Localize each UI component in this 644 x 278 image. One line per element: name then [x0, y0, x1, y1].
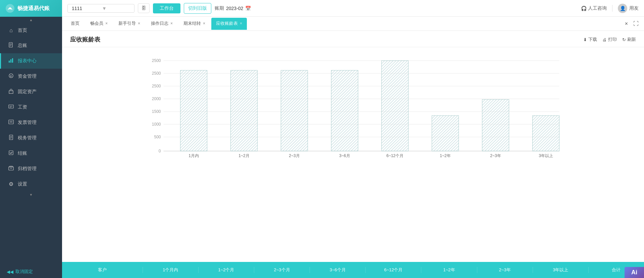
ai-badge[interactable]: Ai [625, 267, 644, 278]
tab-ar-aging-close[interactable]: × [240, 21, 242, 26]
archive-button[interactable]: 🗄 [138, 3, 150, 13]
tax-icon [8, 135, 14, 141]
svg-rect-7 [10, 59, 11, 63]
svg-text:6~12个月: 6~12个月 [386, 153, 404, 158]
tab-home-label: 首页 [71, 20, 79, 26]
calendar-icon[interactable]: 📅 [245, 6, 251, 11]
sidebar-scroll-down[interactable]: ▼ [0, 192, 62, 198]
user-area[interactable]: 👤 用友 [618, 4, 639, 13]
sidebar-label-ledger: 总账 [18, 43, 27, 49]
download-label: 下载 [588, 37, 597, 43]
sidebar-item-payroll[interactable]: 工资 [0, 99, 62, 115]
close-tab-btn[interactable]: × [624, 19, 629, 28]
sidebar-item-settings[interactable]: ⚙ 设置 [0, 177, 62, 192]
sidebar-item-reports[interactable]: 报表中心 [0, 53, 62, 69]
print-button[interactable]: 🖨 打印 [602, 37, 617, 43]
page-content: 应收账龄表 ⬇ 下载 🖨 打印 ↻ 刷新 [62, 31, 644, 278]
th-customer: 客户 [62, 267, 143, 273]
fullscreen-tab-btn[interactable]: ⛶ [632, 19, 640, 28]
svg-text:1000: 1000 [152, 122, 161, 127]
svg-text:1月内: 1月内 [189, 153, 199, 158]
sidebar-item-archive[interactable]: 归档管理 [0, 161, 62, 177]
svg-text:1500: 1500 [152, 109, 161, 114]
svg-text:3~6月: 3~6月 [339, 153, 350, 158]
tab-actions: × ⛶ [624, 19, 640, 28]
print-icon: 🖨 [602, 37, 607, 42]
consult-button[interactable]: 🎧 人工咨询 [581, 5, 607, 11]
bar-1-2年 [432, 116, 459, 151]
avatar: 👤 [618, 4, 627, 13]
sidebar-label-funds: 资金管理 [18, 73, 37, 79]
svg-text:2000: 2000 [152, 96, 161, 101]
cancel-fixed-icon: ◀◀ [7, 269, 13, 274]
tab-oplog-close[interactable]: × [170, 21, 173, 26]
payroll-icon [8, 104, 14, 111]
logo-icon [5, 4, 15, 13]
sidebar-label-payroll: 工资 [18, 104, 27, 110]
logo-text: 畅捷通易代账 [17, 5, 50, 12]
tab-guide[interactable]: 新手引导 × [114, 18, 145, 30]
svg-rect-8 [12, 58, 13, 63]
svg-text:1~2年: 1~2年 [440, 153, 450, 158]
sidebar-scroll-up[interactable]: ▲ [0, 17, 62, 23]
svg-text:¥: ¥ [10, 74, 12, 78]
period-value: 2023-02 [226, 6, 243, 11]
period-area: 账期 2023-02 📅 [215, 5, 251, 11]
bar-3年以上 [533, 116, 559, 151]
tab-guide-close[interactable]: × [138, 21, 140, 26]
tab-member-label: 畅会员 [90, 20, 103, 26]
th-1month: 1个月内 [143, 267, 199, 273]
workbench-button[interactable]: 工作台 [153, 3, 180, 13]
bar-2-3月 [281, 70, 308, 151]
dropdown-icon: ▼ [102, 6, 130, 11]
chart-container: 2500 2500 2500 2000 1500 1000 500 0 [72, 54, 634, 175]
sidebar-label-tax: 税务管理 [18, 135, 37, 141]
sidebar-label-archive: 归档管理 [18, 166, 37, 172]
bar-1月内 [180, 70, 207, 151]
sidebar-item-assets[interactable]: 固定资产 [0, 84, 62, 99]
ledger-icon [8, 42, 14, 49]
bar-6-12个月 [382, 61, 409, 151]
sidebar-label-reports: 报表中心 [18, 58, 37, 64]
sidebar-label-home: 首页 [18, 27, 27, 33]
tab-ar-aging-label: 应收账龄表 [216, 20, 238, 26]
download-icon: ⬇ [583, 37, 587, 42]
sidebar-item-invoice[interactable]: 发票管理 [0, 115, 62, 130]
page-header: 应收账龄表 ⬇ 下载 🖨 打印 ↻ 刷新 [62, 31, 644, 47]
tab-oplog[interactable]: 操作日志 × [146, 18, 177, 30]
archive-icon: 🗄 [142, 6, 146, 11]
sidebar-item-home[interactable]: ⌂ 首页 [0, 23, 62, 38]
tab-member-close[interactable]: × [105, 21, 108, 26]
page-actions: ⬇ 下载 🖨 打印 ↻ 刷新 [583, 37, 636, 43]
tab-oplog-label: 操作日志 [151, 20, 168, 26]
print-label: 打印 [608, 37, 617, 43]
svg-rect-12 [9, 105, 13, 108]
refresh-button[interactable]: ↻ 刷新 [622, 37, 636, 43]
settlement-icon [8, 150, 14, 157]
svg-rect-11 [9, 91, 13, 93]
svg-text:500: 500 [154, 135, 161, 139]
tab-member[interactable]: 畅会员 × [86, 18, 112, 30]
svg-text:2500: 2500 [152, 84, 161, 88]
tab-period-end[interactable]: 期末结转 × [179, 18, 210, 30]
sidebar-item-ledger[interactable]: 总账 [0, 38, 62, 53]
tab-home[interactable]: 首页 [66, 18, 84, 30]
tab-guide-label: 新手引导 [118, 20, 136, 26]
tab-period-end-close[interactable]: × [203, 21, 205, 26]
th-6-12month: 6~12个月 [366, 267, 421, 273]
switch-old-button[interactable]: 切到旧版 [184, 3, 211, 14]
sidebar-item-tax[interactable]: 税务管理 [0, 130, 62, 146]
sidebar-item-funds[interactable]: ¥ 资金管理 [0, 69, 62, 84]
page-title: 应收账龄表 [70, 36, 100, 44]
sidebar-label-settings: 设置 [18, 181, 27, 187]
svg-text:2~3年: 2~3年 [490, 153, 501, 158]
period-label-text: 账期 [215, 5, 224, 11]
svg-rect-22 [9, 151, 13, 155]
company-selector[interactable]: 1111 ▼ [67, 4, 135, 13]
tab-ar-aging[interactable]: 应收账龄表 × [211, 18, 247, 30]
download-button[interactable]: ⬇ 下载 [583, 37, 597, 43]
invoice-icon [8, 119, 14, 126]
cancel-fixed-btn[interactable]: ◀◀ 取消固定 [0, 265, 62, 278]
consult-label: 人工咨询 [588, 5, 607, 11]
sidebar-item-settlement[interactable]: 结账 [0, 146, 62, 161]
